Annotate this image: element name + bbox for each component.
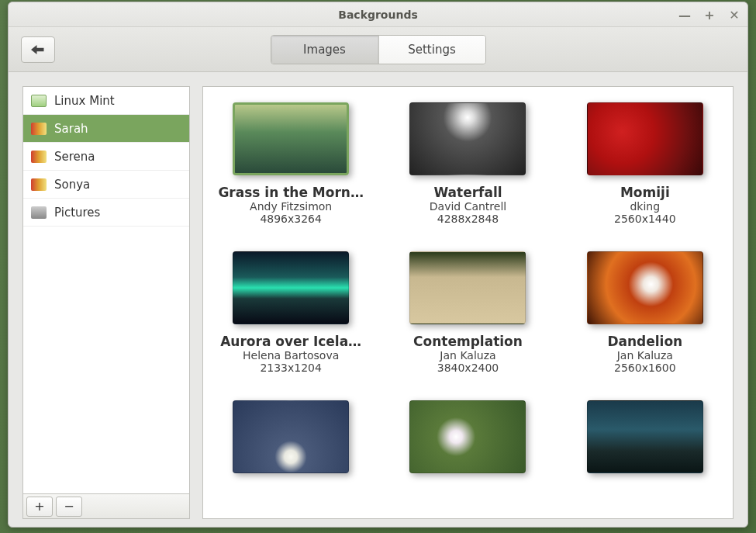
wallpaper-author: Jan Kaluza <box>617 349 673 362</box>
wallpaper-card[interactable]: Waterfall David Cantrell 4288x2848 <box>391 102 544 225</box>
wallpaper-author: dking <box>630 200 660 213</box>
remove-folder-button[interactable]: − <box>56 497 82 517</box>
wallpaper-dims: 2560x1440 <box>614 213 676 225</box>
sidebar-item-label: Sarah <box>54 122 88 136</box>
gallery[interactable]: Grass in the Morn… Andy Fitzsimon 4896x3… <box>202 86 734 519</box>
wallpaper-dims: 4896x3264 <box>260 213 322 225</box>
back-button[interactable] <box>21 36 55 63</box>
window-controls: — + ✕ <box>678 2 741 27</box>
tab-images[interactable]: Images <box>271 36 378 64</box>
wallpaper-name: Dandelion <box>607 334 682 349</box>
back-arrow-icon <box>31 44 45 55</box>
add-folder-button[interactable]: + <box>26 497 53 517</box>
wallpaper-card[interactable] <box>391 400 544 473</box>
toolbar: Images Settings <box>9 27 747 72</box>
wallpaper-card[interactable]: Contemplation Jan Kaluza 3840x2400 <box>391 251 544 374</box>
wallpaper-card[interactable]: Momiji dking 2560x1440 <box>568 102 722 225</box>
sidebar-item-label: Linux Mint <box>54 94 115 108</box>
sidebar: Linux Mint Sarah Serena Sonya Pictures <box>22 86 190 519</box>
wallpaper-thumb <box>587 251 703 324</box>
maximize-icon[interactable]: + <box>702 8 716 22</box>
wallpaper-card[interactable] <box>214 400 368 473</box>
sidebar-list: Linux Mint Sarah Serena Sonya Pictures <box>23 87 189 493</box>
wallpaper-name: Aurora over Icela… <box>220 334 361 349</box>
tab-group: Images Settings <box>271 35 486 64</box>
collection-icon <box>31 178 47 191</box>
wallpaper-thumb <box>409 251 526 324</box>
wallpaper-card[interactable]: Grass in the Morn… Andy Fitzsimon 4896x3… <box>214 102 368 225</box>
pictures-icon <box>31 206 47 219</box>
sidebar-item-pictures[interactable]: Pictures <box>23 199 189 227</box>
wallpaper-author: Jan Kaluza <box>440 349 495 362</box>
sidebar-item-label: Serena <box>54 150 95 164</box>
wallpaper-card[interactable]: Aurora over Icela… Helena Bartosova 2133… <box>214 251 368 374</box>
wallpaper-thumb <box>233 400 349 473</box>
wallpaper-card[interactable] <box>568 400 722 473</box>
wallpaper-thumb <box>409 400 526 473</box>
titlebar[interactable]: Backgrounds — + ✕ <box>9 2 747 27</box>
tab-settings[interactable]: Settings <box>378 36 485 64</box>
wallpaper-card[interactable]: Dandelion Jan Kaluza 2560x1600 <box>568 251 722 374</box>
collection-icon <box>31 151 47 163</box>
sidebar-item-label: Pictures <box>54 206 100 220</box>
sidebar-toolbar: + − <box>23 493 189 518</box>
sidebar-item-linux-mint[interactable]: Linux Mint <box>23 87 189 115</box>
wallpaper-name: Contemplation <box>413 334 523 349</box>
wallpaper-name: Waterfall <box>433 185 502 200</box>
mint-icon <box>31 95 47 107</box>
wallpaper-grid: Grass in the Morn… Andy Fitzsimon 4896x3… <box>214 102 722 473</box>
wallpaper-thumb <box>233 102 349 175</box>
sidebar-item-serena[interactable]: Serena <box>23 143 189 171</box>
wallpaper-thumb <box>587 102 703 175</box>
wallpaper-dims: 3840x2400 <box>437 362 499 374</box>
minimize-icon[interactable]: — <box>678 8 692 22</box>
sidebar-item-sarah[interactable]: Sarah <box>23 115 189 143</box>
window-title: Backgrounds <box>338 9 418 21</box>
wallpaper-name: Momiji <box>620 185 670 200</box>
wallpaper-dims: 2133x1204 <box>260 362 322 374</box>
wallpaper-dims: 4288x2848 <box>437 213 499 225</box>
backgrounds-window: Backgrounds — + ✕ Images Settings Linux … <box>8 2 748 528</box>
wallpaper-author: Andy Fitzsimon <box>250 200 332 213</box>
content: Linux Mint Sarah Serena Sonya Pictures <box>9 72 747 527</box>
wallpaper-name: Grass in the Morn… <box>218 185 364 200</box>
wallpaper-thumb <box>409 102 526 175</box>
wallpaper-author: David Cantrell <box>430 200 506 213</box>
sidebar-item-label: Sonya <box>54 178 90 192</box>
wallpaper-author: Helena Bartosova <box>243 349 339 362</box>
wallpaper-dims: 2560x1600 <box>614 362 676 374</box>
collection-icon <box>31 123 47 135</box>
close-icon[interactable]: ✕ <box>727 8 741 22</box>
wallpaper-thumb <box>587 400 703 473</box>
wallpaper-thumb <box>233 251 349 324</box>
sidebar-item-sonya[interactable]: Sonya <box>23 171 189 199</box>
